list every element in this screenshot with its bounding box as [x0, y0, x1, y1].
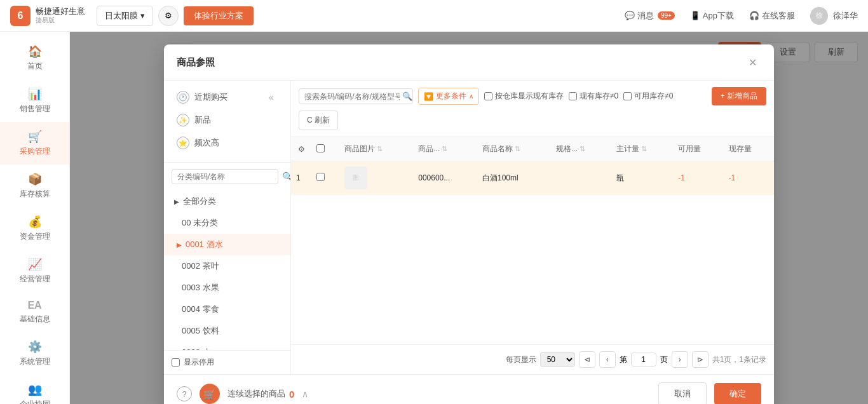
cell-stock: -1 — [724, 161, 774, 195]
sidebar-item-purchase[interactable]: 🛒 采购管理 — [0, 122, 69, 165]
new-icon: ✨ — [177, 114, 189, 126]
sidebar-item-sales[interactable]: 📊 销售管理 — [0, 79, 69, 122]
category-0008[interactable]: 0008 水 — [164, 342, 290, 350]
th-unit: 主计量 ⇅ — [611, 137, 674, 161]
page-last-btn[interactable]: ⊳ — [692, 351, 709, 368]
messages-badge: 99+ — [658, 11, 675, 20]
finance-icon: 💰 — [28, 215, 42, 229]
sidebar-label-collab: 企业协同 — [20, 399, 50, 404]
product-table-wrap: ⚙ 商品图片 ⇅ — [291, 137, 774, 344]
logo-icon: 6 — [10, 6, 31, 26]
quick-new-label: 新品 — [194, 114, 211, 126]
category-search-input[interactable] — [172, 169, 278, 184]
select-all-checkbox[interactable] — [316, 144, 325, 152]
modal-body: 🕐 近期购买 « ✨ 新品 ⭐ 频次高 — [164, 81, 774, 374]
th-settings: ⚙ — [291, 137, 311, 161]
confirm-btn[interactable]: 确定 — [714, 383, 761, 404]
store-name: 日太阳膜 — [105, 10, 138, 22]
logo-area: 6 畅捷通好生意 捷易版 — [10, 6, 86, 26]
sidebar-item-home[interactable]: 🏠 首页 — [0, 37, 69, 79]
page-next-btn[interactable]: › — [672, 351, 688, 368]
collapse-left-btn[interactable]: « — [265, 91, 278, 104]
quick-new[interactable]: ✨ 新品 — [172, 110, 283, 130]
product-reference-modal: 商品参照 ✕ 🕐 近期购买 « — [164, 44, 774, 404]
modal-title: 商品参照 — [177, 57, 215, 69]
nav-right: 💬 消息 99+ 📱 App下载 🎧 在线客服 徐 徐泽华 — [614, 7, 858, 25]
sidebar-item-system[interactable]: ⚙️ 系统管理 — [0, 332, 69, 375]
sidebar: 🏠 首页 📊 销售管理 🛒 采购管理 📦 库存核算 💰 资金管理 📈 经营管理 … — [0, 32, 70, 404]
product-table: ⚙ 商品图片 ⇅ — [291, 137, 774, 195]
page-prev-btn[interactable]: ‹ — [599, 351, 616, 368]
avail-nonzero-checkbox[interactable] — [623, 92, 632, 100]
stock-nonzero-checkbox[interactable] — [569, 92, 577, 100]
online-service-btn[interactable]: 🎧 在线客服 — [749, 10, 795, 22]
avail-nonzero-checkbox-label[interactable]: 可用库存≠0 — [623, 91, 673, 102]
sidebar-item-finance[interactable]: 💰 资金管理 — [0, 207, 69, 250]
warehouse-checkbox[interactable] — [484, 92, 492, 100]
th-image: 商品图片 ⇅ — [339, 137, 413, 161]
row-checkbox[interactable] — [316, 173, 325, 181]
page-number-input[interactable] — [631, 353, 656, 367]
modal-close-btn[interactable]: ✕ — [743, 53, 761, 71]
help-icon[interactable]: ? — [177, 386, 192, 401]
category-0002[interactable]: 0002 茶叶 — [164, 255, 290, 277]
warehouse-checkbox-label[interactable]: 按仓库显示现有库存 — [484, 91, 564, 102]
table-row[interactable]: 1 图 000600... 白酒100ml — [291, 161, 774, 195]
category-0003[interactable]: 0003 水果 — [164, 277, 290, 299]
quick-frequent[interactable]: ⭐ 频次高 — [172, 133, 283, 153]
table-settings-icon[interactable]: ⚙ — [298, 145, 305, 154]
quick-recent[interactable]: 🕐 近期购买 « — [172, 87, 283, 107]
product-search-icon[interactable]: 🔍 — [402, 91, 412, 101]
category-0005[interactable]: 0005 饮料 — [164, 320, 290, 342]
messages-btn[interactable]: 💬 消息 99+ — [625, 10, 675, 22]
category-search-icon[interactable]: 🔍 — [282, 172, 291, 182]
cell-spec — [551, 161, 611, 195]
sort-image-icon: ⇅ — [377, 145, 383, 153]
category-0005-label: 0005 饮料 — [182, 325, 219, 337]
user-area[interactable]: 徐 徐泽华 — [810, 7, 858, 25]
category-0001[interactable]: ▶ 0001 酒水 — [164, 234, 290, 255]
base-info-icon: EA — [27, 300, 41, 311]
top-nav: 6 畅捷通好生意 捷易版 日太阳膜 ▾ ⚙ 体验行业方案 💬 消息 99+ 📱 … — [0, 0, 868, 32]
category-0004[interactable]: 0004 零食 — [164, 299, 290, 320]
show-disabled-checkbox[interactable] — [172, 358, 180, 367]
sidebar-item-inventory[interactable]: 📦 库存核算 — [0, 165, 69, 207]
product-search-input[interactable] — [304, 92, 400, 101]
cart-icon[interactable]: 🛒 — [200, 384, 220, 404]
stock-nonzero-checkbox-label[interactable]: 现有库存≠0 — [569, 91, 618, 102]
refresh-table-btn[interactable]: C 刷新 — [299, 111, 338, 130]
category-00-label: 00 未分类 — [182, 217, 218, 229]
sort-unit-icon: ⇅ — [641, 145, 647, 153]
page-size-label: 每页显示 — [506, 354, 536, 365]
modal-header: 商品参照 ✕ — [164, 44, 774, 81]
quick-access-section: 🕐 近期购买 « ✨ 新品 ⭐ 频次高 — [164, 81, 290, 159]
content-area: 查询 设置 刷新 商品参照 ✕ 🕐 — [70, 32, 868, 404]
cell-checkbox — [311, 161, 339, 195]
sidebar-item-base-info[interactable]: EA 基础信息 — [0, 292, 69, 332]
left-panel: 🕐 近期购买 « ✨ 新品 ⭐ 频次高 — [164, 81, 291, 374]
app-download-btn[interactable]: 📱 App下载 — [690, 10, 734, 22]
warehouse-checkbox-text: 按仓库显示现有库存 — [495, 91, 564, 102]
page-size-select[interactable]: 50 100 200 — [540, 352, 575, 367]
sidebar-item-operations[interactable]: 📈 经营管理 — [0, 250, 69, 292]
th-name: 商品名称 ⇅ — [477, 137, 551, 161]
filter-more-btn[interactable]: 🔽 更多条件 ∧ — [418, 88, 479, 105]
sidebar-label-inventory: 库存核算 — [20, 189, 50, 199]
modal-overlay: 商品参照 ✕ 🕐 近期购买 « — [70, 32, 868, 404]
settings-icon[interactable]: ⚙ — [158, 6, 179, 26]
page-first-btn[interactable]: ⊲ — [579, 351, 595, 368]
stock-nonzero-text: 现有库存≠0 — [580, 91, 618, 102]
category-list: ▶ 全部分类 00 未分类 ▶ 0001 酒水 0002 茶 — [164, 188, 290, 350]
trial-btn[interactable]: 体验行业方案 — [184, 6, 254, 25]
sort-name-icon: ⇅ — [515, 145, 520, 153]
add-product-btn[interactable]: + 新增商品 — [712, 87, 766, 105]
right-panel: 🔍 🔽 更多条件 ∧ 按仓库显示现有库存 — [291, 81, 774, 374]
category-00[interactable]: 00 未分类 — [164, 212, 290, 234]
store-dropdown[interactable]: 日太阳膜 ▾ — [97, 6, 153, 26]
cancel-btn[interactable]: 取消 — [658, 382, 707, 404]
category-all[interactable]: ▶ 全部分类 — [164, 191, 290, 212]
show-disabled-label: 显示停用 — [184, 357, 214, 368]
footer-collapse-icon[interactable]: ∧ — [302, 389, 308, 399]
main-layout: 🏠 首页 📊 销售管理 🛒 采购管理 📦 库存核算 💰 资金管理 📈 经营管理 … — [0, 32, 868, 404]
sidebar-item-collab[interactable]: 👥 企业协同 — [0, 375, 69, 404]
